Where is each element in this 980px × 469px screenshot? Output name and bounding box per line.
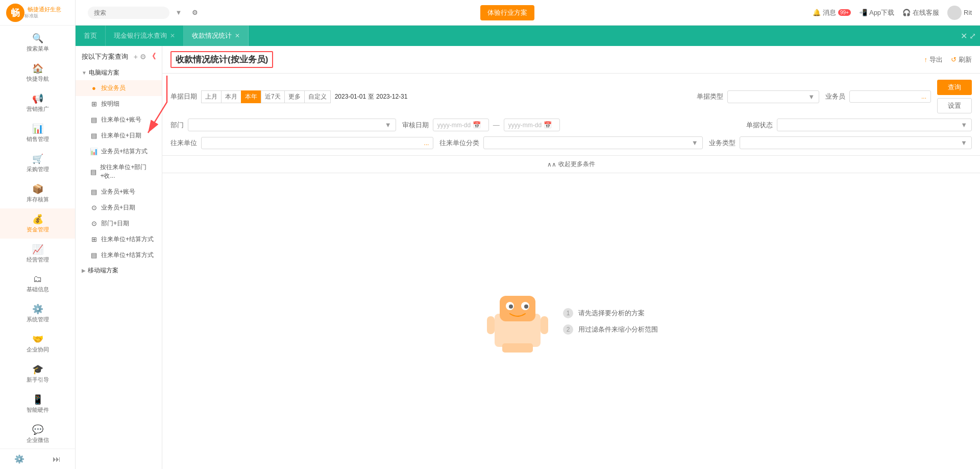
- grid-icon: ⊞: [90, 100, 98, 108]
- sidebar-item-corp[interactable]: 🤝 企业协同: [0, 329, 75, 359]
- scheme-group-mobile-header[interactable]: ▶ 移动端方案: [76, 263, 162, 278]
- sidebar-item-system[interactable]: ⚙️ 系统管理: [0, 298, 75, 329]
- calendar-icon-2[interactable]: 📅: [544, 121, 552, 129]
- sidebar-item-search[interactable]: 🔍 搜索菜单: [0, 28, 75, 58]
- counter-party-cat-label: 往来单位分类: [439, 138, 479, 148]
- purchase-icon: 🛒: [32, 153, 43, 165]
- panel-add-icon[interactable]: +: [134, 53, 138, 61]
- tab-close-all-btn[interactable]: ✕: [961, 31, 967, 41]
- tab-home[interactable]: 首页: [76, 26, 106, 46]
- tabbar: 首页 现金银行流水查询 ✕ 收款情况统计 ✕ ✕ ⤢: [76, 26, 980, 46]
- settings-footer-icon[interactable]: ⚙️: [14, 454, 24, 464]
- sidebar-item-label-shortcut: 快捷导航: [27, 75, 49, 83]
- topbar-dropdown[interactable]: ▼: [174, 8, 184, 18]
- export-btn[interactable]: ↑ 导出: [924, 55, 943, 64]
- home-icon: 🏠: [32, 63, 43, 74]
- review-date-from-placeholder: yyyy-mm-dd: [437, 122, 471, 129]
- date-tab-more[interactable]: 更多: [284, 90, 304, 103]
- tab-expand-btn[interactable]: ⤢: [969, 31, 976, 41]
- scheme-item-salesperson-settlement[interactable]: 📊 业务员+结算方式: [76, 144, 162, 159]
- sidebar-item-wechat[interactable]: 💬 企业微信: [0, 419, 75, 449]
- salesperson-more-icon[interactable]: ...: [921, 93, 926, 100]
- scheme-item-unit-dept[interactable]: ▤ 按往来单位+部门+收...: [76, 159, 162, 184]
- date-tab-last7[interactable]: 近7天: [261, 90, 284, 103]
- sidebar-item-inventory[interactable]: 📦 库存核算: [0, 178, 75, 208]
- headset-icon: 🎧: [902, 9, 911, 16]
- tab-receipt-label: 收款情况统计: [192, 31, 232, 40]
- scheme-item-unit-account[interactable]: ▤ 往来单位+账号: [76, 112, 162, 128]
- topbar-search-input[interactable]: [88, 7, 169, 19]
- sidebar-item-sales[interactable]: 📊 销售管理: [0, 118, 75, 148]
- scheme-item-detail[interactable]: ⊞ 按明细: [76, 96, 162, 112]
- settings-btn[interactable]: 设置: [937, 98, 972, 113]
- counter-party-select[interactable]: ...: [201, 137, 433, 149]
- scheme-group-desktop-label: 电脑端方案: [89, 68, 119, 77]
- bill-status-select[interactable]: ▼: [777, 119, 972, 131]
- scheme-item-unit-settlement1[interactable]: ⊞ 往来单位+结算方式: [76, 231, 162, 247]
- date-tab-this-year[interactable]: 本年: [241, 90, 261, 103]
- salesperson-select[interactable]: ...: [849, 90, 931, 103]
- business-type-select[interactable]: ▼: [740, 136, 972, 149]
- scheme-group-desktop-header[interactable]: ▼ 电脑端方案: [76, 65, 162, 80]
- collapse-btn[interactable]: ∧∧ 收起更多条件: [162, 160, 980, 169]
- sidebar-item-purchase[interactable]: 🛒 采购管理: [0, 148, 75, 178]
- user-area[interactable]: Rit: [947, 6, 972, 20]
- scheme-item-salesperson-account[interactable]: ▤ 业务员+账号: [76, 184, 162, 200]
- robot-svg: [484, 288, 551, 355]
- panel-settings-icon[interactable]: ⚙: [140, 53, 146, 61]
- scheme-item-unit-settlement2[interactable]: ▤ 往来单位+结算方式: [76, 247, 162, 263]
- date-tabs: 上月 本月 本年 近7天 更多 自定义: [201, 90, 331, 103]
- date-tab-last-month[interactable]: 上月: [201, 90, 221, 103]
- operation-icon: 📈: [32, 244, 43, 255]
- sidebar-item-label-wechat: 企业微信: [27, 436, 49, 444]
- scheme-item-unit-date[interactable]: ▤ 往来单位+日期: [76, 128, 162, 144]
- counter-party-cat-select[interactable]: ▼: [483, 136, 702, 149]
- sidebar-item-shortcut[interactable]: 🏠 快捷导航: [0, 58, 75, 88]
- topbar-gear-icon[interactable]: ⚙: [188, 6, 202, 20]
- sidebar-footer: ⚙️ ⏭: [0, 449, 75, 469]
- app-download-item[interactable]: 📲 App下载: [859, 8, 894, 17]
- notification-item[interactable]: 🔔 消息 99+: [813, 8, 851, 17]
- review-date-from-input[interactable]: yyyy-mm-dd 📅: [433, 119, 489, 131]
- collapse-bar[interactable]: ∧∧ 收起更多条件: [162, 156, 980, 173]
- sidebar-item-label-sales: 销售管理: [27, 135, 49, 143]
- sidebar-item-marketing[interactable]: 📢 营销推广: [0, 88, 75, 118]
- tab-cashflow[interactable]: 现金银行流水查询 ✕: [106, 26, 184, 46]
- scheme-item-salesperson[interactable]: ● 按业务员: [76, 80, 162, 96]
- empty-tip-1: 1 请先选择要分析的方案: [563, 308, 658, 318]
- tab-receipt-close[interactable]: ✕: [235, 32, 240, 39]
- sidebar-item-label-purchase: 采购管理: [27, 166, 49, 173]
- refresh-btn[interactable]: ↺ 刷新: [951, 55, 972, 64]
- sidebar-item-operation[interactable]: 📈 经营管理: [0, 239, 75, 269]
- bill-type-select[interactable]: ▼: [727, 90, 819, 103]
- query-btn[interactable]: 查询: [937, 80, 972, 95]
- tab-receipt[interactable]: 收款情况统计 ✕: [184, 26, 249, 46]
- topbar-left: ▼ ⚙: [84, 6, 202, 20]
- date-tab-this-month[interactable]: 本月: [221, 90, 241, 103]
- online-service-item[interactable]: 🎧 在线客服: [902, 8, 939, 17]
- panel-collapse-icon[interactable]: 《: [149, 52, 156, 61]
- counter-party-more-icon[interactable]: ...: [424, 139, 429, 147]
- expand-footer-icon[interactable]: ⏭: [53, 455, 61, 464]
- sidebar-item-basic[interactable]: 🗂 基础信息: [0, 269, 75, 298]
- filter-counterparty-cat-field: 往来单位分类 ▼: [439, 136, 702, 149]
- sidebar-item-fund[interactable]: 💰 资金管理: [0, 208, 75, 239]
- logo-area: 畅 畅捷通好生意 标准版: [0, 0, 75, 26]
- page-header-actions: ↑ 导出 ↺ 刷新: [924, 55, 972, 64]
- scheme-item-salesperson-date[interactable]: ⊙ 业务员+日期: [76, 200, 162, 216]
- date-from-value: 2023-01-01: [335, 93, 366, 100]
- sidebar-item-hardware[interactable]: 📱 智能硬件: [0, 389, 75, 419]
- trial-btn[interactable]: 体验行业方案: [480, 5, 534, 20]
- review-date-to-input[interactable]: yyyy-mm-dd 📅: [504, 119, 560, 131]
- date-tab-custom[interactable]: 自定义: [304, 90, 331, 103]
- filter-row-1: 单据日期 上月 本月 本年 近7天 更多 自定义 2023-01-01 至: [170, 80, 972, 113]
- dept-select[interactable]: ▼: [188, 119, 396, 131]
- tab-cashflow-close[interactable]: ✕: [170, 32, 175, 39]
- logo-badge: 标准版: [24, 13, 61, 19]
- sidebar-item-guide[interactable]: 🎓 新手引导: [0, 359, 75, 389]
- empty-state: 1 请先选择要分析的方案 2 用过滤条件来缩小分析范围: [162, 173, 980, 469]
- main-area: ▼ ⚙ 体验行业方案 🔔 消息 99+ 📲 App下载 🎧 在线客服 Rit: [76, 0, 980, 469]
- table-icon-1: ▤: [90, 116, 98, 124]
- calendar-icon-1[interactable]: 📅: [473, 121, 481, 129]
- scheme-item-dept-date[interactable]: ⊙ 部门+日期: [76, 216, 162, 231]
